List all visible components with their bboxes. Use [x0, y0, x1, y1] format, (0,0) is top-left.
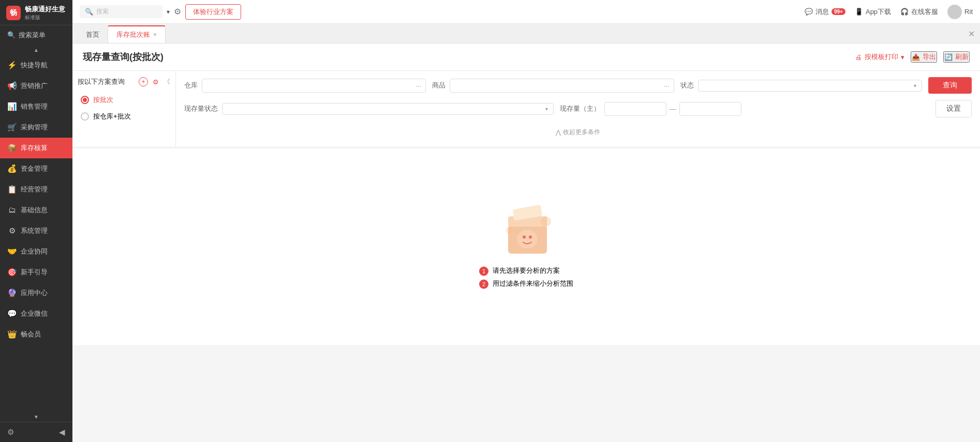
sidebar-item-apps[interactable]: 🔮 应用中心	[0, 283, 72, 303]
sidebar-bottom: ⚙ ◀	[0, 422, 72, 442]
empty-svg	[500, 202, 557, 259]
user-name: Rit	[964, 8, 973, 16]
user-avatar[interactable]: Rit	[947, 5, 973, 19]
messages-btn[interactable]: 💬 消息 99+	[805, 7, 845, 17]
plan-batch-label: 按批次	[93, 95, 113, 105]
stock-qty-field: 现存量（主） —	[560, 102, 929, 116]
topbar-search-box[interactable]: 🔍 搜索	[80, 5, 162, 18]
query-btn[interactable]: 查询	[928, 77, 972, 94]
warehouse-input[interactable]	[202, 79, 411, 92]
refresh-label: 刷新	[955, 52, 969, 62]
online-service-btn[interactable]: 🎧 在线客服	[900, 7, 938, 17]
home-tab-label: 首页	[86, 30, 99, 39]
sidebar-item-label: 快捷导航	[21, 61, 48, 70]
tabbar-close-all-btn[interactable]: ✕	[968, 28, 975, 38]
print-label: 按模板打印	[865, 52, 898, 62]
sidebar-item-label: 基础信息	[21, 205, 48, 215]
settings-icon[interactable]: ⚙	[7, 428, 14, 437]
step-2-num: 2	[479, 279, 488, 289]
add-scheme-btn[interactable]: +	[139, 77, 148, 86]
topbar-right: 💬 消息 99+ 📱 App下载 🎧 在线客服 Rit	[805, 5, 973, 19]
scheme-collapse-icon[interactable]: 《	[164, 77, 170, 86]
stock-status-select[interactable]: ▾	[222, 103, 554, 115]
page-content: 现存量查询(按批次) 🖨 按模板打印 ▾ 📤 导出 🔄 刷新	[72, 43, 980, 442]
scheme-actions: + ⚙ 《	[139, 77, 170, 86]
sidebar-item-marketing[interactable]: 📢 营销推广	[0, 76, 72, 96]
app-logo: 畅	[6, 6, 21, 20]
settings-btn[interactable]: 设置	[936, 100, 972, 117]
filter-fields: 仓库 ··· 商品 ···	[176, 71, 980, 147]
svg-point-6	[523, 235, 526, 239]
product-label: 商品	[432, 81, 446, 90]
message-icon: 💬	[805, 8, 813, 16]
sidebar-item-vip[interactable]: 👑 畅会员	[0, 324, 72, 345]
sidebar-item-operation[interactable]: 📋 经营管理	[0, 179, 72, 200]
sidebar-item-system[interactable]: ⚙ 系统管理	[0, 220, 72, 241]
stock-qty-max[interactable]	[679, 102, 741, 116]
topbar-dropdown-icon[interactable]: ▾	[167, 8, 170, 16]
page-header-actions: 🖨 按模板打印 ▾ 📤 导出 🔄 刷新	[855, 51, 970, 63]
collapse-conditions-btn[interactable]: ⋀ 收起更多条件	[184, 124, 972, 141]
tab-inventory-batch[interactable]: 库存批次账 ×	[108, 25, 166, 43]
wechat-icon: 💬	[7, 309, 17, 318]
sidebar-item-sales[interactable]: 📊 销售管理	[0, 96, 72, 117]
system-icon: ⚙	[7, 226, 17, 235]
phone-icon: 📱	[855, 8, 863, 16]
stock-status-label: 现存量状态	[184, 104, 218, 113]
export-btn[interactable]: 📤 导出	[911, 51, 937, 63]
refresh-btn[interactable]: 🔄 刷新	[943, 51, 970, 63]
main-area: 🔍 搜索 ▾ ⚙ 体验行业方案 💬 消息 99+ 📱 App下载 🎧 在线客服	[72, 0, 980, 442]
warehouse-field: 仓库 ···	[184, 79, 426, 93]
scheme-settings-icon[interactable]: ⚙	[151, 77, 160, 86]
sidebar-search[interactable]: 🔍 搜索菜单	[0, 25, 72, 45]
app-download-btn[interactable]: 📱 App下载	[855, 7, 891, 17]
empty-step-1: 1 请先选择要分析的方案	[479, 266, 573, 276]
warehouse-more-icon[interactable]: ···	[411, 82, 425, 90]
brand-name: 畅康通好生意	[25, 5, 65, 14]
sidebar-item-inventory[interactable]: 📦 库存核算	[0, 138, 72, 158]
collapse-up-icon: ⋀	[556, 129, 561, 136]
newbie-icon: 🎯	[7, 268, 17, 277]
print-btn[interactable]: 🖨 按模板打印 ▾	[855, 52, 904, 62]
sidebar-item-purchase[interactable]: 🛒 采购管理	[0, 117, 72, 138]
empty-steps: 1 请先选择要分析的方案 2 用过滤条件来缩小分析范围	[479, 266, 573, 292]
sidebar-item-label: 企业协同	[21, 247, 48, 256]
avatar-image	[947, 5, 962, 19]
basic-icon: 🗂	[7, 205, 17, 215]
sidebar-item-enterprise[interactable]: 🤝 企业协同	[0, 241, 72, 262]
product-more-icon[interactable]: ···	[660, 82, 674, 90]
printer-icon: 🖨	[855, 53, 862, 61]
sidebar-item-finance[interactable]: 💰 资金管理	[0, 158, 72, 179]
status-select[interactable]: ▾	[698, 80, 922, 92]
plan-by-batch[interactable]: 按批次	[78, 92, 170, 108]
print-dropdown-icon[interactable]: ▾	[901, 53, 904, 61]
plan-by-warehouse-batch[interactable]: 按仓库+批次	[78, 108, 170, 125]
filter-scheme-panel: 按以下方案查询 + ⚙ 《 按批次 按仓库+批次	[72, 71, 176, 147]
sidebar-item-quick-nav[interactable]: ⚡ 快捷导航	[0, 55, 72, 76]
product-input[interactable]	[450, 79, 659, 92]
tab-close-icon[interactable]: ×	[153, 32, 157, 38]
enterprise-icon: 🤝	[7, 247, 17, 256]
status-field: 状态 ▾	[680, 80, 922, 92]
step-1-text: 请先选择要分析的方案	[493, 266, 560, 275]
headset-icon: 🎧	[900, 8, 909, 16]
empty-illustration	[500, 202, 552, 254]
page-title: 现存量查询(按批次)	[83, 51, 164, 63]
refresh-icon: 🔄	[944, 53, 953, 61]
brand-info: 畅康通好生意 标准版	[25, 5, 65, 21]
stock-qty-min[interactable]	[604, 102, 666, 116]
scroll-up-btn[interactable]: ▲	[0, 45, 72, 55]
experience-btn[interactable]: 体验行业方案	[185, 4, 241, 20]
sidebar-nav: ⚡ 快捷导航 📢 营销推广 📊 销售管理 🛒 采购管理 📦 库存核算 💰 资金管…	[0, 55, 72, 412]
sidebar-item-newbie[interactable]: 🎯 新手引导	[0, 262, 72, 283]
tab-home[interactable]: 首页	[78, 26, 108, 43]
svg-point-7	[529, 235, 532, 239]
sidebar-item-basic[interactable]: 🗂 基础信息	[0, 200, 72, 220]
collapse-sidebar-icon[interactable]: ◀	[59, 428, 65, 437]
status-label: 状态	[680, 81, 694, 90]
scroll-down-btn[interactable]: ▼	[0, 412, 72, 422]
sidebar-item-wechat[interactable]: 💬 企业微信	[0, 303, 72, 324]
online-service-label: 在线客服	[911, 7, 938, 17]
topbar-gear-icon[interactable]: ⚙	[174, 7, 181, 17]
product-input-group: ···	[450, 79, 674, 93]
